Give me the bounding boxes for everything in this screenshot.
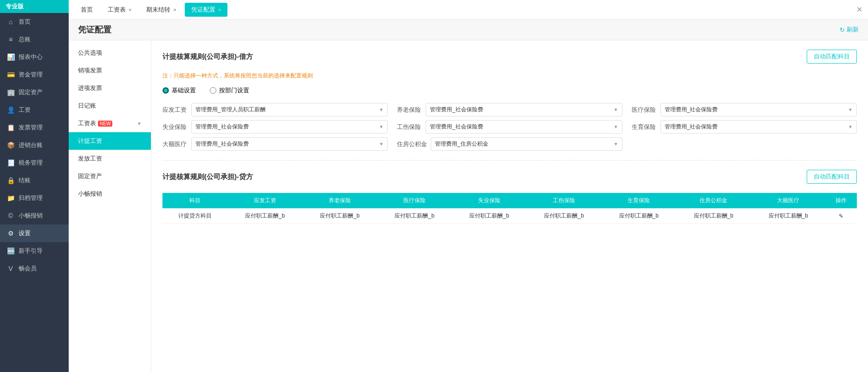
tab-voucher-label: 凭证配置 <box>191 6 215 14</box>
sidebar-item-invoice[interactable]: 📋 发票管理 <box>0 119 69 136</box>
large-medical-select[interactable]: 管理费用_社会保险费 ▼ <box>191 137 388 151</box>
sidebar: 专业版 ⌂ 首页 ≡ 总账 📊 报表中心 💳 资金管理 🏢 固定资产 👤 工资 … <box>0 0 69 372</box>
invoice-icon: 📋 <box>6 124 15 131</box>
sidebar-item-label: 结账 <box>19 176 31 185</box>
guide-icon: 🆕 <box>6 247 15 255</box>
funds-icon: 💳 <box>6 71 15 78</box>
left-nav-sales-invoice[interactable]: 销项发票 <box>69 62 151 79</box>
sidebar-item-label: 报表中心 <box>19 53 43 61</box>
sidebar-item-label: 畅会员 <box>19 264 37 273</box>
sidebar-item-archive[interactable]: 📁 归档管理 <box>0 189 69 207</box>
cell-housing: 应付职工薪酬_b <box>676 208 751 224</box>
cell-wage: 应付职工薪酬_b <box>228 208 303 224</box>
pension-select-value: 管理费用_社会保险费 <box>430 106 611 114</box>
cell-pension: 应付职工薪酬_b <box>303 208 377 224</box>
left-nav-purchase-invoice[interactable]: 进项发票 <box>69 79 151 97</box>
section2-auto-match-button[interactable]: 自动匹配科目 <box>807 170 857 184</box>
unemployment-select-arrow-icon: ▼ <box>379 124 383 129</box>
cell-action[interactable]: ✎ <box>826 208 857 224</box>
refresh-button[interactable]: ↻ 刷新 <box>840 26 859 34</box>
maternity-select[interactable]: 管理费用_社会保险费 ▼ <box>661 120 857 134</box>
left-nav-journal[interactable]: 日记账 <box>69 97 151 115</box>
sidebar-item-guide[interactable]: 🆕 新手引导 <box>0 242 69 260</box>
maternity-select-arrow-icon: ▼ <box>848 124 853 129</box>
pension-select-arrow-icon: ▼ <box>614 107 618 112</box>
sidebar-item-assets[interactable]: 🏢 固定资产 <box>0 83 69 101</box>
sidebar-item-label: 新手引导 <box>19 247 43 255</box>
sidebar-item-settings[interactable]: ⚙ 设置 <box>0 224 69 242</box>
closing-icon: 🔒 <box>6 177 15 184</box>
section1-header-row: 计提核算规则(公司承担)-借方 自动匹配科目 <box>162 50 857 68</box>
sidebar-item-ledger[interactable]: ≡ 总账 <box>0 31 69 48</box>
sidebar-item-label: 资金管理 <box>19 71 43 79</box>
tab-period-label: 期末结转 <box>146 6 170 14</box>
radio-dept[interactable]: 按部门设置 <box>210 86 249 95</box>
sidebar-item-funds[interactable]: 💳 资金管理 <box>0 66 69 83</box>
left-nav-calc-payroll[interactable]: 计提工资 <box>69 132 151 150</box>
tab-home[interactable]: 首页 <box>74 3 99 17</box>
sidebar-item-closing[interactable]: 🔒 结账 <box>0 172 69 189</box>
medical-select-arrow-icon: ▼ <box>848 107 853 112</box>
section-divider <box>162 160 857 160</box>
section1-auto-match-button[interactable]: 自动匹配科目 <box>807 50 857 64</box>
sidebar-item-label: 进销台账 <box>19 141 43 149</box>
col-injury: 工伤保险 <box>527 193 602 208</box>
radio-dept-input[interactable] <box>210 87 216 94</box>
sidebar-item-vip[interactable]: V 畅会员 <box>0 260 69 277</box>
col-action: 操作 <box>826 193 857 208</box>
topbar: 首页 工资表 × 期末结转 × 凭证配置 × ✕ <box>69 0 868 19</box>
col-housing: 住房公积金 <box>676 193 751 208</box>
housing-fund-select-arrow-icon: ▼ <box>614 141 618 147</box>
sidebar-item-xiaochang[interactable]: © 小畅报销 <box>0 207 69 224</box>
col-maternity: 生育保险 <box>602 193 676 208</box>
sidebar-item-label: 小畅报销 <box>19 212 43 220</box>
wage-select[interactable]: 管理费用_管理人员职工薪酬 ▼ <box>191 103 388 116</box>
form-grid-row3: 大额医疗 管理费用_社会保险费 ▼ 住房公积金 管理费用_住房公积金 ▼ <box>162 137 857 151</box>
unemployment-select[interactable]: 管理费用_社会保险费 ▼ <box>191 120 388 134</box>
payroll-icon: 👤 <box>6 106 15 114</box>
page-title: 凭证配置 <box>78 24 111 35</box>
sidebar-item-reports[interactable]: 📊 报表中心 <box>0 48 69 66</box>
injury-select-arrow-icon: ▼ <box>614 124 618 129</box>
refresh-icon: ↻ <box>840 26 845 33</box>
sidebar-item-home[interactable]: ⌂ 首页 <box>0 13 69 31</box>
injury-label: 工伤保险 <box>397 123 422 131</box>
injury-select-value: 管理费用_社会保险费 <box>430 123 611 131</box>
left-nav-fixed-assets[interactable]: 固定资产 <box>69 167 151 185</box>
form-item-pension: 养老保险 管理费用_社会保险费 ▼ <box>397 103 622 116</box>
tab-payroll-table[interactable]: 工资表 × <box>101 3 138 17</box>
left-nav-public-options[interactable]: 公共选项 <box>69 44 151 62</box>
close-window-button[interactable]: ✕ <box>856 5 862 14</box>
section2-title: 计提核算规则(公司承担)-贷方 <box>162 173 253 181</box>
wage-select-value: 管理费用_管理人员职工薪酬 <box>195 106 377 114</box>
pension-select[interactable]: 管理费用_社会保险费 ▼ <box>426 103 622 116</box>
left-nav-expense-report[interactable]: 小畅报销 <box>69 185 151 203</box>
section1: 计提核算规则(公司承担)-借方 自动匹配科目 注：只能选择一种方式，系统将按照您… <box>162 50 857 151</box>
form-grid-row1: 应发工资 管理费用_管理人员职工薪酬 ▼ 养老保险 管理费用_社会保险费 ▼ <box>162 103 857 116</box>
tab-period-close[interactable]: 期末结转 × <box>140 3 182 17</box>
ledger-icon: ≡ <box>6 36 15 43</box>
sidebar-item-tax[interactable]: 🧾 税务管理 <box>0 154 69 172</box>
left-nav-payroll-sheet[interactable]: 工资表 NEW ▼ <box>69 115 151 132</box>
radio-dept-label: 按部门设置 <box>219 86 249 95</box>
tab-period-close-icon[interactable]: × <box>173 7 176 13</box>
left-nav: 公共选项 销项发票 进项发票 日记账 工资表 NEW ▼ 计提工资 发放工资 <box>69 40 151 372</box>
radio-basic[interactable]: 基础设置 <box>162 86 196 95</box>
sidebar-item-label: 固定资产 <box>19 88 43 96</box>
medical-select[interactable]: 管理费用_社会保险费 ▼ <box>661 103 857 116</box>
tab-voucher-config[interactable]: 凭证配置 × <box>185 3 227 17</box>
tab-payroll-close-icon[interactable]: × <box>129 7 131 13</box>
large-medical-label: 大额医疗 <box>162 140 188 148</box>
left-nav-issue-payroll[interactable]: 发放工资 <box>69 150 151 167</box>
radio-basic-input[interactable] <box>162 87 169 94</box>
maternity-select-value: 管理费用_社会保险费 <box>665 123 846 131</box>
tab-voucher-close-icon[interactable]: × <box>218 7 221 13</box>
injury-select[interactable]: 管理费用_社会保险费 ▼ <box>426 120 622 134</box>
form-item-unemployment: 失业保险 管理费用_社会保险费 ▼ <box>162 120 388 134</box>
housing-fund-select[interactable]: 管理费用_住房公积金 ▼ <box>431 137 622 151</box>
cell-large-medical: 应付职工薪酬_b <box>751 208 826 224</box>
large-medical-select-arrow-icon: ▼ <box>379 141 383 147</box>
sidebar-item-inventory[interactable]: 📦 进销台账 <box>0 136 69 154</box>
radio-basic-label: 基础设置 <box>172 86 196 95</box>
sidebar-item-payroll[interactable]: 👤 工资 <box>0 101 69 119</box>
